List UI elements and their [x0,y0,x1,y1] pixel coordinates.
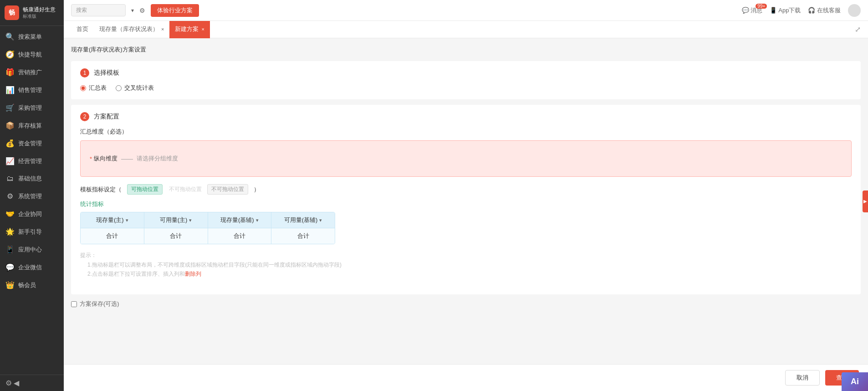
radio-summary[interactable]: 汇总表 [80,84,107,92]
logo-text: 畅康通好生意 标准版 [23,6,56,20]
right-collapse-button[interactable]: ▶ [863,190,868,212]
sidebar-item-search[interactable]: 🔍 搜索菜单 [0,28,64,46]
non-draggable-badge: 不可拖动位置 [207,184,248,195]
page-title: 现存量(库存状况表)方案设置 [71,46,861,54]
tip-item-1: 1.拖动标题栏可以调整布局，不可跨维度或指标区域拖动栏目字段(只能在同一维度或指… [87,261,852,269]
sidebar-item-appstore[interactable]: 📱 应用中心 [0,241,64,258]
tab-inventory[interactable]: 现存量（库存状况表） × [94,21,169,38]
sidebar-item-wechat[interactable]: 💬 企业微信 [0,258,64,276]
sidebar-label-enterprise: 企业协同 [18,210,42,218]
tab-expand-icon[interactable]: ⤢ [855,25,861,34]
stats-body-cell: 合计 [81,228,144,244]
sidebar-item-finance[interactable]: 💰 资金管理 [0,134,64,152]
sidebar-icon-search: 🔍 [5,32,15,41]
sidebar-bottom: ⚙ ◀ [0,375,64,391]
settings-icon[interactable]: ⚙ [5,379,12,387]
sidebar-item-enterprise[interactable]: 🤝 企业协同 [0,205,64,223]
stats-body-row: 合计合计合计合计 [81,228,335,244]
sidebar-icon-guide: 🌟 [5,227,15,236]
stats-section: 统计指标 现存量(主)▾可用量(主)▾现存量(基辅)▾可用量(基辅)▾ 合计合计… [80,200,852,244]
sidebar-icon-operations: 📈 [5,157,15,165]
sidebar-label-sales: 销售管理 [18,86,42,94]
sidebar-logo: 畅 畅康通好生意 标准版 [0,0,64,26]
sidebar-label-wechat: 企业微信 [18,263,42,272]
topbar-right: 💬 消息 99+ 📱 App下载 🎧 在线客服 [742,4,861,17]
section2-title: 方案配置 [94,113,119,121]
topbar-dropdown[interactable]: ▾ [131,7,134,14]
chevron-down-icon: ▾ [126,217,128,223]
sidebar-icon-enterprise: 🤝 [5,210,15,218]
topbar-gear-icon[interactable]: ⚙ [139,7,145,14]
tab-new-plan-close[interactable]: × [201,26,204,32]
app-download-button[interactable]: 📱 App下载 [770,6,801,15]
sidebar-item-inventory[interactable]: 📦 库存核算 [0,117,64,134]
trial-button[interactable]: 体验行业方案 [151,4,199,17]
section-config: 2 方案配置 汇总维度（必选） * 纵向维度 —— 请选择分组维度 模板指标设定… [71,105,861,294]
radio-cross-input[interactable] [116,85,122,91]
sidebar-item-sales[interactable]: 📊 销售管理 [0,81,64,99]
sidebar-label-nav: 快捷导航 [18,51,42,59]
save-checkbox[interactable] [71,301,77,307]
cancel-button[interactable]: 取消 [785,370,820,386]
main-area: 搜索 ▾ ⚙ 体验行业方案 💬 消息 99+ 📱 App下载 🎧 在线客服 首页… [64,0,868,391]
sidebar-icon-appstore: 📱 [5,245,15,254]
tab-new-plan[interactable]: 新建方案 × [169,21,209,38]
sidebar-item-basic[interactable]: 🗂 基础信息 [0,170,64,187]
dimension-required-mark: * [90,155,92,162]
sidebar-label-system: 系统管理 [18,192,42,201]
sidebar-label-purchase: 采购管理 [18,104,42,112]
step2-badge: 2 [80,112,89,121]
stats-header-cell[interactable]: 现存量(基辅)▾ [208,212,272,228]
radio-cross[interactable]: 交叉统计表 [116,84,154,92]
save-label: 方案保存(可选) [80,300,119,308]
sidebar-item-nav[interactable]: 🧭 快捷导航 [0,46,64,63]
tips-section: 提示： 1.拖动标题栏可以调整布局，不可跨维度或指标区域拖动栏目字段(只能在同一… [80,252,852,278]
dimension-config-label: 汇总维度（必选） [80,128,852,136]
user-avatar[interactable] [848,4,861,17]
step1-badge: 1 [80,68,89,77]
sidebar-label-marketing: 营销推广 [18,68,42,77]
section-template: 1 选择模板 汇总表 交叉统计表 [71,61,861,99]
stats-body-cell: 合计 [208,228,272,244]
sidebar-item-member[interactable]: 👑 畅会员 [0,276,64,294]
message-button[interactable]: 💬 消息 99+ [742,6,763,15]
tabs-bar: 首页 现存量（库存状况表） × 新建方案 × ⤢ [64,21,868,38]
sidebar-label-basic: 基础信息 [18,175,42,183]
tab-home[interactable]: 首页 [71,21,94,38]
section1-title: 选择模板 [94,69,119,77]
sidebar-icon-nav: 🧭 [5,50,15,59]
stats-header-cell[interactable]: 可用量(基辅)▾ [271,212,335,228]
sidebar-item-system[interactable]: ⚙ 系统管理 [0,187,64,205]
online-service-button[interactable]: 🎧 在线客服 [808,6,841,15]
content-area: ▶ 现存量(库存状况表)方案设置 1 选择模板 汇总表 交叉统计表 [64,38,868,364]
section2-header: 2 方案配置 [80,112,852,121]
sidebar-item-marketing[interactable]: 🎁 营销推广 [0,63,64,81]
ai-badge[interactable]: Ai [842,372,868,391]
save-option: 方案保存(可选) [71,300,861,308]
collapse-icon[interactable]: ◀ [14,379,19,387]
sidebar-item-purchase[interactable]: 🛒 采购管理 [0,99,64,117]
sidebar-label-finance: 资金管理 [18,139,42,148]
sidebar-icon-system: ⚙ [5,192,15,201]
stats-body-cell: 合计 [144,228,208,244]
sidebar-item-guide[interactable]: 🌟 新手引导 [0,223,64,241]
dimension-box[interactable]: * 纵向维度 —— 请选择分组维度 [80,140,852,177]
sidebar-icon-basic: 🗂 [5,175,15,183]
sidebar-icon-finance: 💰 [5,139,15,148]
section1-header: 1 选择模板 [80,68,852,77]
sidebar-icon-sales: 📊 [5,86,15,94]
stats-header-cell[interactable]: 可用量(主)▾ [144,212,208,228]
template-radio-group: 汇总表 交叉统计表 [80,84,852,92]
message-badge: 99+ [756,4,767,9]
stats-header-cell[interactable]: 现存量(主)▾ [81,212,144,228]
sidebar-icon-wechat: 💬 [5,263,15,272]
tips-title: 提示： [80,252,852,259]
topbar-search[interactable]: 搜索 [71,4,126,16]
tab-inventory-close[interactable]: × [161,26,164,32]
sidebar-icon-inventory: 📦 [5,121,15,130]
topbar: 搜索 ▾ ⚙ 体验行业方案 💬 消息 99+ 📱 App下载 🎧 在线客服 [64,0,868,21]
chevron-down-icon: ▾ [189,217,192,223]
sidebar-item-operations[interactable]: 📈 经营管理 [0,152,64,170]
radio-summary-input[interactable] [80,85,86,91]
dimension-dash: —— [121,155,133,162]
